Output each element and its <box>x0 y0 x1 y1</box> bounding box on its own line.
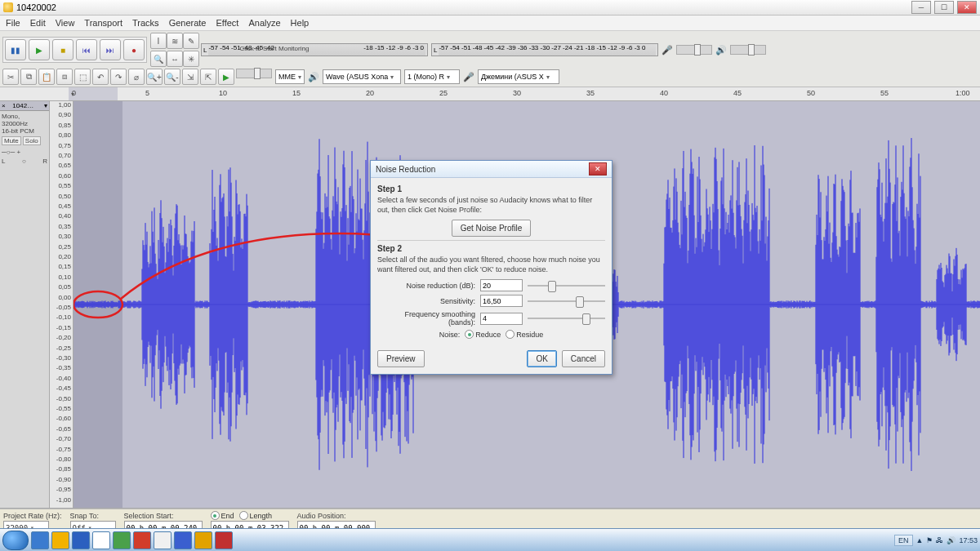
project-rate-label: Project Rate (Hz): <box>3 512 62 520</box>
speaker-icon: 🔊 <box>715 45 727 56</box>
menu-effect[interactable]: Effect <box>214 17 242 29</box>
nr-input[interactable] <box>480 279 523 291</box>
track-menu-button[interactable]: ▾ <box>44 102 47 109</box>
output-device-select[interactable]: Wave (ASUS Xona <box>323 69 401 84</box>
cut-button[interactable]: ✂ <box>2 69 19 85</box>
menu-file[interactable]: File <box>3 17 23 29</box>
timeline-ruler[interactable]: 0 5 10 15 20 25 30 35 40 45 50 55 1:00 <box>0 87 980 101</box>
fit-selection-button[interactable]: ⇲ <box>182 69 198 85</box>
output-channels-select[interactable]: 1 (Mono) R <box>404 69 460 84</box>
timeshift-tool[interactable]: ↔ <box>167 51 183 67</box>
playback-meter[interactable]: L -57 -54 -51 -48 -45 -42 -39 -36 -33 -3… <box>431 43 658 56</box>
nr-slider[interactable]: .dslider::after{left:var(--pos,50%)} <box>528 282 605 290</box>
taskbar-icon[interactable] <box>51 531 69 549</box>
freq-input[interactable] <box>480 313 523 325</box>
freq-slider[interactable] <box>528 314 605 322</box>
recording-meter[interactable]: L -57 -54 -51 -48 -45 -42Click to Start … <box>201 43 428 56</box>
track-close-button[interactable]: × <box>2 102 6 109</box>
taskbar-icon[interactable] <box>174 531 192 549</box>
dialog-titlebar[interactable]: Noise Reduction ✕ <box>371 161 612 178</box>
window-maximize-button[interactable]: ☐ <box>934 1 954 14</box>
skip-end-button[interactable]: ⏭ <box>100 39 121 60</box>
envelope-tool[interactable]: ≋ <box>167 33 183 49</box>
taskbar-icon[interactable] <box>31 531 49 549</box>
dialog-title: Noise Reduction <box>376 165 435 174</box>
silence-button[interactable]: ⬚ <box>74 69 91 85</box>
language-indicator[interactable]: EN <box>894 535 913 546</box>
play-at-speed-button[interactable]: ▶ <box>218 69 234 85</box>
playback-speed-slider[interactable] <box>236 69 272 78</box>
taskbar-icon[interactable] <box>154 531 172 549</box>
tray-volume-icon[interactable]: 🔊 <box>947 536 956 544</box>
menu-tracks[interactable]: Tracks <box>130 17 162 29</box>
mic-icon: 🎤 <box>662 45 673 56</box>
tray-network-icon[interactable]: 🖧 <box>936 536 943 544</box>
redo-button[interactable]: ↷ <box>110 69 127 85</box>
meter-click-text: Click to Start Monitoring <box>239 45 309 52</box>
get-noise-profile-button[interactable]: Get Noise Profile <box>452 220 532 237</box>
menu-bar: File Edit View Transport Tracks Generate… <box>0 16 980 31</box>
tray-flag-icon[interactable]: ▲ <box>916 536 924 544</box>
paste-button[interactable]: 📋 <box>38 69 55 85</box>
sync-lock-button[interactable]: ⌀ <box>128 69 145 85</box>
menu-view[interactable]: View <box>53 17 78 29</box>
undo-button[interactable]: ↶ <box>92 69 109 85</box>
residue-radio[interactable]: Residue <box>506 330 543 339</box>
zoom-tool[interactable]: 🔍 <box>150 51 167 67</box>
end-radio[interactable]: End <box>211 511 234 520</box>
tools-toolbar: I ≋ ✎ 🔍 ↔ ✳ <box>150 33 198 67</box>
recording-volume-slider[interactable] <box>676 45 712 55</box>
length-radio[interactable]: Length <box>239 511 273 520</box>
track-format: Mono, 32000Hz <box>2 113 47 127</box>
cancel-button[interactable]: Cancel <box>562 350 605 367</box>
draw-tool[interactable]: ✎ <box>183 33 199 49</box>
noise-label: Noise: <box>439 331 461 339</box>
skip-start-button[interactable]: ⏮ <box>76 39 97 60</box>
taskbar-icon[interactable] <box>194 531 212 549</box>
zoom-in-button[interactable]: 🔍+ <box>146 69 163 85</box>
vertical-ruler: 1,000,900,850,800,750,700,650,600,550,50… <box>50 101 74 508</box>
speaker-icon: 🔊 <box>308 72 319 82</box>
taskbar-icon[interactable] <box>92 531 110 549</box>
selection-tool[interactable]: I <box>150 33 167 49</box>
track-control-panel[interactable]: × 10420002 ▾ Mono, 32000Hz 16-bit PCM Mu… <box>0 101 50 508</box>
menu-help[interactable]: Help <box>288 17 312 29</box>
multi-tool[interactable]: ✳ <box>183 51 199 67</box>
menu-analyze[interactable]: Analyze <box>246 17 283 29</box>
windows-taskbar[interactable]: EN ▲ ⚑ 🖧 🔊 17:53 <box>0 528 980 551</box>
taskbar-icon[interactable] <box>113 531 131 549</box>
menu-transport[interactable]: Transport <box>82 17 125 29</box>
start-button[interactable] <box>2 531 29 550</box>
taskbar-icon[interactable] <box>133 531 151 549</box>
sensitivity-input[interactable] <box>480 295 523 307</box>
ok-button[interactable]: OK <box>527 350 556 367</box>
solo-button[interactable]: Solo <box>23 136 41 145</box>
copy-button[interactable]: ⧉ <box>20 69 37 85</box>
pause-button[interactable]: ▮▮ <box>5 39 26 60</box>
taskbar-clock[interactable]: 17:53 <box>959 536 978 544</box>
mic-icon: 🎤 <box>463 72 474 82</box>
trim-button[interactable]: ⧈ <box>56 69 73 85</box>
mute-button[interactable]: Mute <box>2 136 21 145</box>
zoom-out-button[interactable]: 🔍- <box>164 69 180 85</box>
record-button[interactable]: ● <box>123 39 145 60</box>
fit-project-button[interactable]: ⇱ <box>200 69 216 85</box>
input-device-select[interactable]: Джемини (ASUS X <box>478 69 559 84</box>
sensitivity-slider[interactable] <box>528 297 605 305</box>
window-close-button[interactable]: ✕ <box>957 1 977 14</box>
audio-host-select[interactable]: MME <box>275 69 305 84</box>
window-minimize-button[interactable]: ─ <box>911 1 931 14</box>
play-button[interactable]: ▶ <box>29 39 50 60</box>
preview-button[interactable]: Preview <box>377 350 425 367</box>
tray-icon[interactable]: ⚑ <box>926 536 933 544</box>
playback-volume-slider[interactable] <box>730 45 766 55</box>
taskbar-icon[interactable] <box>72 531 90 549</box>
menu-generate[interactable]: Generate <box>167 17 209 29</box>
stop-button[interactable]: ■ <box>52 39 74 60</box>
menu-edit[interactable]: Edit <box>28 17 48 29</box>
track-name[interactable]: 10420002 <box>12 102 37 109</box>
reduce-radio[interactable]: Reduce <box>465 330 501 339</box>
taskbar-icon[interactable] <box>215 531 233 549</box>
dialog-close-button[interactable]: ✕ <box>589 162 607 176</box>
audio-position-label: Audio Position: <box>297 512 376 520</box>
